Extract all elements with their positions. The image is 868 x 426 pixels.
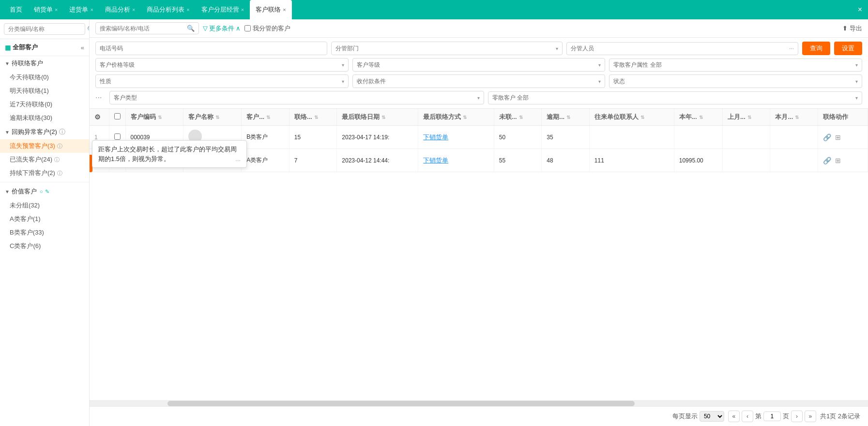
filter-payment[interactable]: 收付款条件 ▾ (352, 74, 606, 88)
nav-sales[interactable]: 销货单 × (28, 0, 63, 19)
value-add-icon[interactable]: ✎ (45, 189, 49, 195)
filter-person[interactable]: 分管人员 ··· (566, 42, 798, 55)
page-input[interactable] (763, 411, 781, 421)
sidebar-item-lost[interactable]: 已流失客户(24) ⓘ (0, 153, 89, 166)
loss-warning-info-icon[interactable]: ⓘ (57, 143, 62, 150)
lost-info-icon[interactable]: ⓘ (54, 156, 60, 163)
next-page-button[interactable]: › (791, 411, 803, 422)
sidebar-item-a-class[interactable]: A类客户(1) (0, 212, 89, 226)
filter-retail-customer[interactable]: 零散客户 全部 ▾ (488, 91, 862, 104)
sidebar-item-declining[interactable]: 持续下滑客户(2) ⓘ (0, 166, 89, 180)
th-this-year-sort-icon[interactable]: ⇅ (699, 115, 703, 120)
row2-last-month (722, 149, 770, 172)
value-edit-icon[interactable]: ○ (40, 189, 43, 194)
th-this-month-sort-icon[interactable]: ⇅ (795, 115, 799, 120)
sidebar-item-tomorrow[interactable]: 明天待联络(1) (0, 84, 89, 98)
repurchase-info-icon[interactable]: ⓘ (59, 128, 65, 136)
filter-dept[interactable]: 分管部门 ▾ (331, 42, 563, 55)
setting-button[interactable]: 设置 (834, 42, 862, 55)
filter-customer-type[interactable]: 客户类型 ▾ (109, 91, 484, 104)
filter-customer-tier[interactable]: 客户等级 ▾ (352, 58, 606, 72)
sidebar-item-ungrouped[interactable]: 未分组(32) (0, 199, 89, 212)
row1-this-month (770, 126, 818, 149)
filter-row-4: ··· 客户类型 ▾ 零散客户 全部 ▾ (95, 91, 862, 104)
sidebar-section-repurchase[interactable]: ▼ 回购异常客户(2) ⓘ (0, 125, 89, 139)
sidebar-item-c-class[interactable]: C类客户(6) (0, 239, 89, 253)
select-all-checkbox[interactable] (114, 113, 121, 119)
th-this-month: 本月... ⇅ (770, 109, 818, 126)
nav-product-list[interactable]: 商品分析列表 × (141, 0, 195, 19)
row2-last-contact-method[interactable]: 下销货单 (418, 149, 494, 172)
sidebar-collapse-icon[interactable]: « (81, 44, 84, 51)
horizontal-scrollbar[interactable] (90, 400, 868, 406)
nav-product-analysis[interactable]: 商品分析 × (99, 0, 141, 19)
my-customer-checkbox[interactable] (244, 25, 251, 31)
filter-price-tier-arrow-icon: ▾ (342, 62, 344, 68)
main-layout: 🔍 ▦ 全部客户 « ▼ 待联络客户 今天待联络(0) 明天待联络(1) 近7天… (0, 19, 868, 426)
filter-nature[interactable]: 性质 ▾ (95, 74, 349, 88)
sidebar-item-overdue[interactable]: 逾期未联络(30) (0, 111, 89, 125)
search-icon[interactable]: 🔍 (187, 25, 195, 32)
th-type-sort-icon[interactable]: ⇅ (266, 115, 270, 120)
per-page-dropdown[interactable]: 50 100 200 (700, 411, 724, 422)
filter-phone[interactable]: 电话号码 (95, 42, 327, 55)
row1-last-contact-method[interactable]: 下销货单 (418, 126, 494, 149)
query-button[interactable]: 查询 (802, 42, 830, 55)
th-overdue-sort-icon[interactable]: ⇅ (566, 115, 570, 120)
nav-purchase[interactable]: 进货单 × (63, 0, 99, 19)
nav-customer-tier[interactable]: 客户分层经营 × (196, 0, 250, 19)
row2-method-link[interactable]: 下销货单 (423, 157, 448, 164)
sidebar-item-loss-warning[interactable]: 流失预警客户(3) ⓘ (0, 139, 89, 153)
th-contact-person-sort-icon[interactable]: ⇅ (640, 115, 644, 120)
th-code-sort-icon[interactable]: ⇅ (158, 115, 162, 120)
th-uncontacted-sort-icon[interactable]: ⇅ (519, 115, 523, 120)
gear-icon[interactable]: ⚙ (94, 113, 101, 121)
row2-link-icon[interactable]: 🔗 (823, 157, 831, 164)
search-input[interactable] (100, 25, 187, 32)
first-page-button[interactable]: « (728, 411, 740, 422)
row1-checkbox[interactable] (114, 133, 121, 140)
tooltip-close-icon[interactable]: ... (235, 154, 241, 164)
export-button[interactable]: ⬆ 导出 (842, 24, 862, 33)
sidebar: 🔍 ▦ 全部客户 « ▼ 待联络客户 今天待联络(0) 明天待联络(1) 近7天… (0, 19, 90, 426)
sidebar-item-b-class[interactable]: B类客户(33) (0, 226, 89, 239)
sidebar-search-input[interactable] (4, 23, 85, 35)
last-page-button[interactable]: » (805, 411, 816, 422)
scroll-thumb[interactable] (168, 401, 635, 406)
th-name-sort-icon[interactable]: ⇅ (215, 115, 219, 120)
th-last-month-sort-icon[interactable]: ⇅ (747, 115, 751, 120)
row1-method-link[interactable]: 下销货单 (423, 133, 448, 141)
nav-customer-tier-close[interactable]: × (241, 7, 244, 13)
prev-page-button[interactable]: ‹ (742, 411, 753, 422)
window-close-icon[interactable]: × (858, 5, 862, 14)
filter-row-3: 性质 ▾ 收付款条件 ▾ 状态 ▾ (95, 74, 862, 88)
row2-action-icons: 🔗 ⊞ (823, 157, 863, 164)
nav-purchase-close[interactable]: × (90, 7, 93, 13)
th-contact-count-sort-icon[interactable]: ⇅ (314, 115, 318, 120)
row2-grid-icon[interactable]: ⊞ (835, 157, 841, 164)
nav-product-list-close[interactable]: × (186, 7, 189, 13)
nav-sales-close[interactable]: × (55, 7, 58, 13)
row1-grid-icon[interactable]: ⊞ (835, 133, 841, 141)
sidebar-all-customers[interactable]: ▦ 全部客户 « (0, 39, 89, 56)
filter-dept-label: 分管部门 (335, 44, 556, 53)
filter-price-tier[interactable]: 客户价格等级 ▾ (95, 58, 349, 72)
th-last-contact-method-sort-icon[interactable]: ⇅ (463, 115, 467, 120)
sidebar-item-today[interactable]: 今天待联络(0) (0, 71, 89, 84)
row1-link-icon[interactable]: 🔗 (823, 133, 831, 141)
sidebar-section-pending[interactable]: ▼ 待联络客户 (0, 56, 89, 71)
more-filter-button[interactable]: ▽ 更多条件 ∧ (203, 24, 241, 33)
row2-last-contact-date: 2023-04-12 14:44: (337, 149, 418, 172)
sidebar-item-7days[interactable]: 近7天待联络(0) (0, 98, 89, 111)
filter-more-icon[interactable]: ··· (95, 94, 102, 102)
filter-retail-attr[interactable]: 零散客户属性 全部 ▾ (609, 59, 862, 72)
lost-label: 已流失客户(24) (10, 155, 52, 164)
th-last-contact-date-sort-icon[interactable]: ⇅ (381, 115, 385, 120)
nav-customer-contact[interactable]: 客户联络 × (250, 0, 291, 19)
declining-info-icon[interactable]: ⓘ (57, 170, 62, 177)
nav-customer-contact-close[interactable]: × (283, 7, 286, 13)
sidebar-section-value[interactable]: ▼ 价值客户 ○ ✎ (0, 184, 89, 199)
nav-home[interactable]: 首页 (4, 0, 28, 19)
filter-status[interactable]: 状态 ▾ (609, 74, 862, 88)
nav-product-analysis-close[interactable]: × (132, 7, 135, 13)
